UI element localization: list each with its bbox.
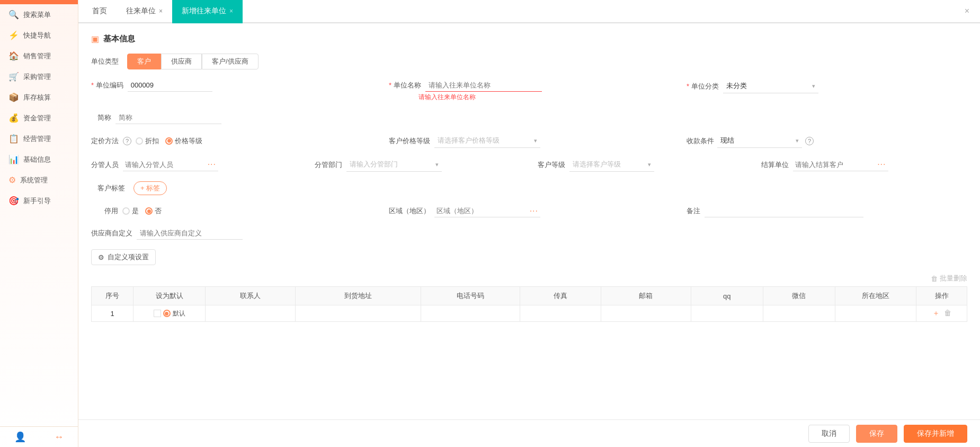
customer-level-select[interactable]: 请选择客户等级 ▾ — [569, 157, 654, 172]
bulk-delete-button[interactable]: 🗑 批量删除 — [931, 274, 967, 283]
add-row-icon[interactable]: ＋ — [932, 309, 940, 318]
contact-input[interactable] — [229, 310, 272, 318]
manager-input[interactable] — [123, 159, 206, 171]
department-label: 分管部门 — [315, 160, 342, 170]
payment-terms-help-icon[interactable]: ? — [805, 137, 814, 145]
chevron-down-icon-2: ▾ — [534, 137, 537, 144]
disabled-radios: 是 否 — [122, 206, 162, 216]
supplier-custom-input[interactable] — [137, 227, 243, 240]
unit-type-supplier-btn[interactable]: 供应商 — [161, 54, 202, 69]
chevron-down-icon-4: ▾ — [435, 161, 439, 168]
default-radio-btn[interactable] — [163, 310, 171, 317]
discount-radio[interactable] — [136, 137, 143, 145]
region-input[interactable] — [434, 205, 528, 217]
unit-category-field: * 单位分类 未分类 ▾ — [687, 79, 967, 93]
cancel-button[interactable]: 取消 — [808, 425, 850, 443]
unit-category-select[interactable]: 未分类 ▾ — [723, 79, 818, 93]
sidebar-item-label-base-info: 基础信息 — [23, 155, 51, 164]
settlement-unit-input[interactable] — [793, 159, 876, 171]
unit-code-field: * 单位编码 — [91, 79, 372, 92]
sidebar-item-finance[interactable]: 💰 资金管理 — [0, 108, 78, 128]
unit-type-both-btn[interactable]: 客户/供应商 — [202, 54, 259, 69]
payment-terms-select[interactable]: 现结 ▾ — [717, 134, 802, 148]
sidebar-item-purchase[interactable]: 🛒 采购管理 — [0, 66, 78, 87]
department-select[interactable]: 请输入分管部门 ▾ — [346, 157, 442, 172]
expand-icon[interactable]: ↔ — [54, 432, 64, 443]
user-icon[interactable]: 👤 — [14, 431, 26, 443]
wechat-input[interactable] — [783, 310, 815, 318]
no-label: 否 — [155, 206, 162, 216]
address-input[interactable] — [326, 310, 390, 318]
customer-level-field: 客户等级 请选择客户等级 ▾ — [538, 157, 744, 172]
sidebar-item-quick-nav[interactable]: ⚡ 快捷导航 — [0, 25, 78, 46]
disabled-yes[interactable]: 是 — [122, 206, 139, 216]
phone-input[interactable] — [447, 310, 494, 318]
unit-category-value: 未分类 — [726, 81, 747, 91]
cell-address — [296, 305, 421, 322]
tab-bar: 首页 往来单位 × 新增往来单位 × × — [78, 0, 980, 23]
payment-terms-label: 收款条件 — [687, 136, 714, 146]
no-radio[interactable] — [145, 207, 153, 215]
pricing-method-price-level[interactable]: 价格等级 — [165, 136, 202, 146]
short-name-input[interactable] — [115, 111, 221, 124]
region-table-input[interactable] — [857, 310, 894, 318]
table-row: 1 默认 — [92, 305, 967, 322]
customer-price-level-label: 客户价格等级 — [389, 136, 430, 146]
pricing-method-help-icon[interactable]: ? — [123, 137, 131, 145]
qq-input[interactable] — [711, 310, 743, 318]
tab-new-contact-label: 新增往来单位 — [182, 6, 226, 16]
sidebar-item-system[interactable]: ⚙ 系统管理 — [0, 170, 78, 190]
manager-dots-btn[interactable]: ··· — [206, 160, 218, 169]
unit-type-buttons: 客户 供应商 客户/供应商 — [127, 54, 259, 69]
sidebar-item-operations[interactable]: 📋 经营管理 — [0, 128, 78, 149]
tab-new-contact-close[interactable]: × — [229, 7, 233, 15]
save-button[interactable]: 保存 — [856, 425, 897, 443]
tab-home[interactable]: 首页 — [83, 0, 117, 23]
notes-input[interactable] — [705, 205, 863, 217]
disabled-no[interactable]: 否 — [145, 206, 162, 216]
settlement-unit-dots-btn[interactable]: ··· — [875, 160, 888, 169]
manager-field: 分管人员 ··· — [91, 159, 298, 171]
custom-settings-button[interactable]: ⚙ 自定义项设置 — [91, 249, 156, 265]
sidebar-item-inventory[interactable]: 📦 库存核算 — [0, 87, 78, 108]
customer-price-level-select[interactable]: 请选择客户价格等级 ▾ — [434, 134, 540, 148]
delete-row-icon[interactable]: 🗑 — [944, 309, 951, 318]
sidebar-item-label-purchase: 采购管理 — [23, 72, 51, 82]
section-title: 基本信息 — [103, 34, 135, 44]
flash-icon: ⚡ — [8, 30, 19, 40]
target-icon: 🎯 — [8, 196, 19, 206]
unit-code-input[interactable] — [128, 79, 212, 92]
sidebar-item-sales[interactable]: 🏠 销售管理 — [0, 46, 78, 66]
region-dots-btn[interactable]: ··· — [528, 206, 540, 216]
yes-radio[interactable] — [122, 207, 130, 215]
add-tag-button[interactable]: + 标签 — [133, 181, 167, 195]
tab-contacts[interactable]: 往来单位 × — [117, 0, 172, 23]
col-phone: 电话号码 — [421, 287, 520, 305]
main-content: 首页 往来单位 × 新增往来单位 × × ▣ 基本信息 单位类型 客户 供应商 — [78, 0, 980, 447]
sidebar-item-base-info[interactable]: 📊 基础信息 — [0, 149, 78, 170]
contact-table: 序号 设为默认 联系人 到货地址 电话号码 传真 邮箱 qq 微信 所在地区 操… — [91, 286, 967, 322]
cart-icon: 🛒 — [8, 72, 19, 82]
unit-name-label: * 单位名称 — [389, 81, 421, 90]
cell-action: ＋ 🗑 — [916, 305, 967, 322]
tab-contacts-close[interactable]: × — [159, 7, 163, 15]
pricing-method-discount[interactable]: 折扣 — [136, 136, 159, 146]
row-manager-dept: 分管人员 ··· 分管部门 请输入分管部门 ▾ 客户等级 请选择客户等 — [91, 157, 967, 172]
fax-input[interactable] — [542, 310, 579, 318]
email-input[interactable] — [625, 310, 667, 318]
region-input-wrap: ··· — [434, 205, 540, 217]
checkbox-default[interactable] — [154, 310, 161, 317]
col-region: 所在地区 — [835, 287, 916, 305]
unit-name-input[interactable] — [425, 79, 542, 92]
unit-type-customer-btn[interactable]: 客户 — [127, 54, 161, 69]
settings-btn-label: 自定义项设置 — [108, 252, 149, 262]
row-supplier-custom: 供应商自定义 — [91, 227, 967, 240]
settlement-unit-input-wrap: ··· — [793, 159, 888, 171]
tab-new-contact[interactable]: 新增往来单位 × — [172, 0, 243, 23]
yes-label: 是 — [132, 206, 139, 216]
save-new-button[interactable]: 保存并新增 — [904, 425, 967, 443]
close-all-tabs-button[interactable]: × — [958, 6, 976, 16]
sidebar-item-search[interactable]: 🔍 搜索菜单 — [0, 4, 78, 25]
price-level-radio[interactable] — [165, 137, 173, 145]
sidebar-item-new-guide[interactable]: 🎯 新手引导 — [0, 190, 78, 211]
